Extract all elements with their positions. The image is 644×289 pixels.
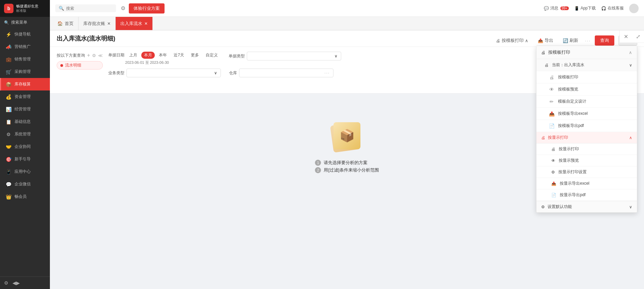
message-action[interactable]: 💬 消息 99+ (544, 5, 569, 11)
topbar-actions: 💬 消息 99+ 📱 App下载 🎧 在线客服 (544, 4, 639, 13)
filter-doc-type-select[interactable]: ∨ (247, 52, 341, 60)
headset-icon: 🎧 (601, 6, 606, 11)
sidebar-item-inventory[interactable]: 📦 库存核算 (0, 78, 50, 90)
dropdown-template-export-pdf[interactable]: 📄 按模板导出pdf (536, 120, 637, 132)
filter-doc-type-chevron: ∨ (334, 54, 338, 58)
tab-inventory-flow[interactable]: 出入库流水 ✕ (116, 17, 153, 30)
sidebar-item-finance[interactable]: 💰 资金管理 (0, 90, 50, 103)
sidebar-item-wechat[interactable]: 💬 企业微信 (0, 178, 50, 190)
display-export-pdf-label: 按显示导出pdf (560, 192, 586, 198)
dropdown-display-print[interactable]: 🖨 按显示打印 (536, 143, 637, 155)
filter-add-icon[interactable]: + (87, 52, 90, 58)
sidebar-item-purchase[interactable]: 🛒 采购管理 (0, 65, 50, 78)
tab-batch-ledger-label: 库存批次账 (83, 21, 105, 27)
filter-tag[interactable]: 流水明细 (57, 61, 103, 70)
tab-batch-ledger-close[interactable]: ✕ (107, 21, 111, 26)
dropdown-header-label: 按模板打印 (548, 49, 570, 55)
filter-scheme-controls: 按以下方案查询 + ⚙ ≪ (57, 52, 103, 58)
finance-icon: 💰 (5, 94, 12, 100)
display-export-pdf-icon: 📄 (551, 193, 556, 198)
chevron-up-icon: ∧ (525, 38, 528, 43)
topbar-search-input[interactable] (66, 6, 107, 11)
dropdown-footer[interactable]: ⚙ 设置默认功能 ∨ (536, 201, 637, 212)
dropdown-display-export-excel[interactable]: 📤 按显示导出excel (536, 178, 637, 189)
template-export-pdf-icon: 📄 (549, 123, 555, 129)
dropdown-template-custom[interactable]: ✏ 模板自定义设计 (536, 96, 637, 108)
filter-doc-type-placeholder (251, 54, 332, 58)
filter-warehouse-placeholder (243, 71, 322, 75)
tab-home[interactable]: 🏠 首页 (53, 17, 79, 30)
sidebar-item-member[interactable]: 👑 畅会员 (0, 190, 50, 203)
industry-btn[interactable]: 体验行业方案 (129, 3, 165, 14)
sidebar-item-quick-nav[interactable]: ⚡ 快捷导航 (0, 28, 50, 41)
member-icon: 👑 (5, 194, 12, 200)
display-print-section-label: 按显示打印 (548, 135, 568, 140)
refresh-btn[interactable]: 🔄 刷新 (560, 36, 581, 45)
sidebar-item-apps[interactable]: 📱 应用中心 (0, 165, 50, 178)
app-download-action[interactable]: 📱 App下载 (574, 5, 596, 11)
sidebar-item-label: 营销推广 (14, 44, 31, 50)
dropdown-display-preview[interactable]: 👁 按显示预览 (536, 155, 637, 166)
user-avatar[interactable] (629, 4, 639, 13)
dropdown-display-print-settings[interactable]: ⚙ 按显示打印设置 (536, 166, 637, 178)
current-template-icon: 🖨 (545, 63, 549, 68)
system-icon: ⚙ (5, 132, 12, 137)
purchase-icon: 🛒 (5, 69, 12, 75)
step-2-text: 用[过滤]条件来缩小分析范围 (324, 167, 379, 173)
filter-business-type-select[interactable]: ∨ (126, 69, 221, 77)
dropdown-display-export-pdf[interactable]: 📄 按显示导出pdf (536, 189, 637, 201)
filter-gear-icon[interactable]: ⚙ (92, 53, 96, 58)
page-close-btn[interactable]: ✕ (620, 30, 632, 43)
dropdown-template-preview[interactable]: 👁 按模板预览 (536, 83, 637, 96)
collapse-sidebar-icon[interactable]: ◀▶ (12, 280, 20, 286)
sidebar-search[interactable]: 🔍 搜索菜单 (0, 17, 50, 28)
settings-bottom-icon[interactable]: ⚙ (4, 280, 8, 286)
dropdown-template-print[interactable]: 🖨 按模板打印 (536, 71, 637, 83)
dropdown-current-template[interactable]: 🖨 当前：出入库流水 ∨ (536, 59, 637, 71)
refresh-label: 刷新 (569, 37, 578, 44)
page-expand-btn[interactable]: ⤢ (632, 30, 644, 43)
sidebar-item-basic-info[interactable]: 📋 基础信息 (0, 115, 50, 128)
filter-tag-label: 流水明细 (65, 62, 81, 68)
dropdown-display-print-section[interactable]: 🖨 按显示打印 ∧ (536, 132, 637, 143)
date-btn-this-year[interactable]: 本年 (156, 52, 170, 59)
app-download-icon: 📱 (574, 6, 579, 11)
sidebar-item-label: 销售管理 (14, 56, 31, 62)
tab-inventory-flow-close[interactable]: ✕ (144, 21, 148, 26)
dropdown-template-export-excel[interactable]: 📤 按模板导出excel (536, 108, 637, 120)
dropdown-chevron-up-icon[interactable]: ∧ (629, 50, 632, 55)
sidebar-item-system[interactable]: ⚙ 系统管理 (0, 128, 50, 140)
topbar-search-wrap[interactable]: 🔍 (55, 4, 116, 12)
date-btn-custom[interactable]: 自定义 (203, 52, 221, 59)
template-print-label: 按模板打印 (558, 74, 578, 80)
sidebar-item-label: 资金管理 (14, 94, 31, 100)
print-dropdown-panel: 🖨 按模板打印 ∧ 🖨 当前：出入库流水 ∨ 🖨 (536, 46, 637, 213)
sidebar-item-enterprise[interactable]: 🤝 企业协同 (0, 140, 50, 153)
sidebar-item-marketing[interactable]: 📣 营销推广 (0, 41, 50, 53)
sidebar-item-label: 畅会员 (14, 194, 27, 200)
filter-warehouse-more-icon[interactable]: ··· (324, 71, 330, 75)
sidebar: b 畅捷通好生意 标准版 🔍 搜索菜单 ⚡ 快捷导航 📣 营销推广 💼 销售管理… (0, 0, 50, 289)
date-btn-last-month[interactable]: 上月 (126, 52, 140, 59)
filter-collapse-icon[interactable]: ≪ (98, 53, 103, 58)
more-icon[interactable]: ··· (585, 38, 591, 43)
sidebar-item-sales[interactable]: 💼 销售管理 (0, 53, 50, 65)
online-service-action[interactable]: 🎧 在线客服 (601, 5, 624, 11)
sidebar-item-label: 企业微信 (14, 181, 31, 187)
sidebar-item-operations[interactable]: 📊 经营管理 (0, 103, 50, 115)
date-btn-this-month[interactable]: 本月 (141, 52, 155, 59)
tab-batch-ledger[interactable]: 库存批次账 ✕ (79, 17, 116, 30)
current-template-label: 当前：出入库流水 (552, 62, 584, 68)
print-template-btn[interactable]: 🖨 按模板打印 ∧ (493, 36, 531, 45)
date-btn-last-7-days[interactable]: 近7天 (171, 52, 187, 59)
topbar-gear-icon[interactable]: ⚙ (121, 5, 125, 11)
query-btn[interactable]: 查询 (595, 35, 614, 46)
home-icon: 🏠 (57, 21, 63, 26)
filter-warehouse-select[interactable]: ··· (239, 69, 333, 77)
date-btn-more[interactable]: 更多 (188, 52, 202, 59)
filter-doc-type-label: 单据类型 (229, 53, 245, 59)
export-label: 导出 (545, 37, 553, 44)
filter-date-label: 单据日期 (108, 52, 124, 58)
sidebar-item-newbie[interactable]: 🎯 新手引导 (0, 153, 50, 165)
export-btn[interactable]: 📤 导出 (535, 36, 556, 45)
